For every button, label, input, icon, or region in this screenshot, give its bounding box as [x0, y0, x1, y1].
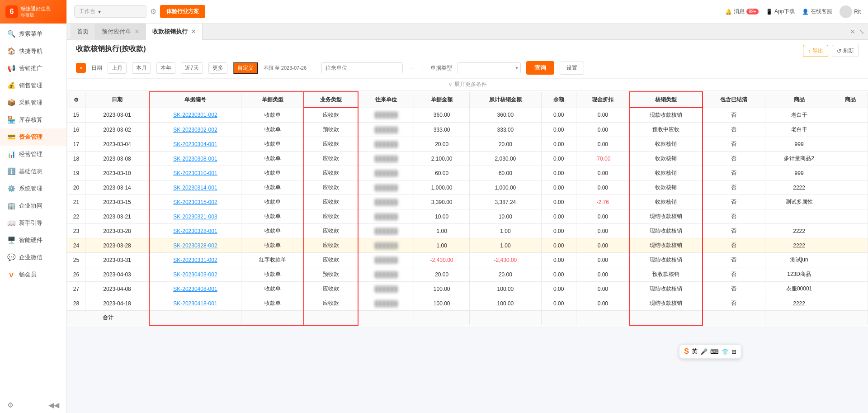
tab-prepay[interactable]: 预付应付单 ✕ [95, 24, 146, 40]
gear-icon[interactable]: ⚙ [150, 7, 156, 16]
filter-expand-button[interactable]: » [76, 63, 86, 73]
settings-icon[interactable]: ⚙ [7, 401, 14, 409]
query-button[interactable]: 查询 [526, 61, 554, 75]
date-this-year-button[interactable]: 本年 [156, 62, 175, 74]
tab-collection[interactable]: 收款核销执行 ✕ [146, 24, 203, 40]
export-button[interactable]: ↑ 导出 [803, 45, 828, 57]
data-table: ⚙ 日期 单据编号 单据类型 业务类型 往来单位 单据金额 累计核销金额 余额 … [67, 91, 868, 326]
doc-no-link[interactable]: SK-20230315-002 [173, 199, 217, 205]
doc-type-select[interactable] [458, 62, 521, 73]
cell-discount: 0.00 [576, 267, 630, 282]
doc-no-link[interactable]: SK-20230418-001 [173, 300, 217, 307]
doc-no-link[interactable]: SK-20230408-001 [173, 286, 217, 292]
cell-discount: 0.00 [576, 166, 630, 180]
cell-doc-no[interactable]: SK-20230408-001 [149, 282, 241, 296]
sidebar-item-sales[interactable]: 💰 销售管理 [0, 77, 66, 94]
tab-close-prepay[interactable]: ✕ [135, 28, 139, 35]
doc-no-link[interactable]: SK-20230403-002 [173, 271, 217, 278]
date-last-7days-button[interactable]: 近7天 [181, 62, 203, 74]
messages-button[interactable]: 🔔 消息 99+ [725, 8, 759, 15]
settings-filter-button[interactable]: 设置 [560, 62, 584, 75]
cell-doc-no[interactable]: SK-20230302-002 [149, 123, 241, 137]
cell-doc-no[interactable]: SK-20230328-002 [149, 238, 241, 253]
refresh-button[interactable]: ↺ 刷新 [832, 45, 859, 57]
sidebar-item-inventory[interactable]: 🏪 库存核算 [0, 111, 66, 128]
collapse-icon[interactable]: ◀◀ [48, 401, 59, 409]
date-this-month-button[interactable]: 本月 [132, 62, 151, 74]
date-last-month-button[interactable]: 上月 [108, 62, 127, 74]
online-service-button[interactable]: 👤 在线客服 [802, 8, 832, 15]
more-filters-dots[interactable]: ··· [408, 65, 415, 71]
filter-bar: » 日期 上月 本月 本年 近7天 更多 自定义 不限 至 2023-07-26… [67, 57, 868, 79]
counterpart-input[interactable] [321, 62, 403, 73]
industry-solution-button[interactable]: 体验行业方案 [160, 5, 205, 18]
doc-no-link[interactable]: SK-20230328-001 [173, 228, 217, 234]
cell-partner: ██████ [358, 123, 414, 137]
sidebar-item-marketing[interactable]: 📢 营销推广 [0, 60, 66, 77]
workspace-selector[interactable]: 工作台 ▾ [74, 5, 146, 18]
doc-no-link[interactable]: SK-20230321-003 [173, 214, 217, 220]
tab-close-collection[interactable]: ✕ [191, 28, 196, 35]
sidebar-item-basic-info[interactable]: ℹ️ 基础信息 [0, 163, 66, 180]
cell-doc-no[interactable]: SK-20230321-003 [149, 209, 241, 224]
watermark-grid-icon[interactable]: ⊞ [731, 348, 736, 355]
cell-include-settled: 否 [703, 108, 765, 123]
doc-no-link[interactable]: SK-20230308-001 [173, 156, 217, 162]
cell-doc-no[interactable]: SK-20230328-001 [149, 224, 241, 238]
data-table-container[interactable]: ⚙ 日期 单据编号 单据类型 业务类型 往来单位 单据金额 累计核销金额 余额 … [67, 91, 868, 413]
cell-doc-type: 收款单 [241, 238, 304, 253]
cell-writeoff-type: 现结收款核销 [630, 209, 703, 224]
sidebar-item-operations[interactable]: 📊 经营管理 [0, 146, 66, 163]
cell-doc-no[interactable]: SK-20230331-002 [149, 253, 241, 267]
date-custom-button[interactable]: 自定义 [233, 62, 258, 74]
sidebar-item-member[interactable]: V 畅会员 [0, 266, 66, 283]
doc-no-link[interactable]: SK-20230301-002 [173, 112, 217, 118]
cell-date: 2023-03-01 [85, 108, 150, 123]
cell-balance: 0.00 [541, 209, 576, 224]
user-info[interactable]: Rit [840, 5, 861, 18]
cell-doc-no[interactable]: SK-20230315-002 [149, 195, 241, 209]
cell-biz-type: 应收款 [304, 137, 358, 152]
fullscreen-icon[interactable]: ⤡ [859, 28, 864, 35]
watermark-keyboard-icon[interactable]: ⌨ [710, 348, 719, 355]
cell-writeoff: 20.00 [469, 267, 541, 282]
table-row: 28 2023-04-18 SK-20230418-001 收款单 应收款 ██… [67, 296, 868, 311]
doc-no-link[interactable]: SK-20230302-002 [173, 127, 217, 133]
cell-date: 2023-03-28 [85, 238, 150, 253]
cell-doc-no[interactable]: SK-20230308-001 [149, 152, 241, 166]
sidebar-item-quick-nav[interactable]: 🏠 快捷导航 [0, 43, 66, 60]
doc-no-link[interactable]: SK-20230310-001 [173, 170, 217, 176]
expand-more-conditions[interactable]: ∨ 展开更多条件 [67, 79, 868, 90]
doc-no-link[interactable]: SK-20230304-001 [173, 141, 217, 147]
cell-doc-no[interactable]: SK-20230310-001 [149, 166, 241, 180]
cell-doc-no[interactable]: SK-20230314-001 [149, 180, 241, 195]
doc-no-link[interactable]: SK-20230328-002 [173, 242, 217, 249]
cell-doc-no[interactable]: SK-20230403-002 [149, 267, 241, 282]
sidebar-item-finance[interactable]: 💳 资金管理 [0, 128, 66, 146]
cell-doc-no[interactable]: SK-20230418-001 [149, 296, 241, 311]
cell-doc-no[interactable]: SK-20230301-002 [149, 108, 241, 123]
cell-include-settled: 否 [703, 180, 765, 195]
sidebar-item-hardware[interactable]: 🖥️ 智能硬件 [0, 232, 66, 249]
doc-no-link[interactable]: SK-20230331-002 [173, 257, 217, 263]
sidebar-item-purchase[interactable]: 📦 采购管理 [0, 94, 66, 111]
date-more-button[interactable]: 更多 [208, 62, 227, 74]
cell-product2 [833, 152, 868, 166]
watermark-shirt-icon[interactable]: 👕 [722, 348, 729, 355]
prepay-tab-label: 预付应付单 [102, 28, 131, 36]
cell-balance: 0.00 [541, 180, 576, 195]
col-settings[interactable]: ⚙ [67, 92, 85, 108]
sidebar-logo: 6 畅捷通好生意 标推版 [0, 0, 66, 24]
doc-no-link[interactable]: SK-20230314-001 [173, 185, 217, 191]
sidebar-item-wechat[interactable]: 💬 企业微信 [0, 249, 66, 266]
close-all-icon[interactable]: ✕ [850, 28, 855, 35]
sidebar-item-search[interactable]: 🔍 搜索菜单 [0, 25, 66, 43]
sidebar-item-guide[interactable]: 📖 新手引导 [0, 214, 66, 232]
tab-home[interactable]: 首页 [71, 24, 95, 40]
app-download-button[interactable]: 📱 App下载 [766, 8, 795, 15]
cell-writeoff: 60.00 [469, 166, 541, 180]
cell-doc-no[interactable]: SK-20230304-001 [149, 137, 241, 152]
sidebar-item-system[interactable]: ⚙️ 系统管理 [0, 180, 66, 197]
watermark-mic-icon[interactable]: 🎤 [700, 348, 708, 355]
sidebar-item-enterprise[interactable]: 🏢 企业协同 [0, 197, 66, 214]
